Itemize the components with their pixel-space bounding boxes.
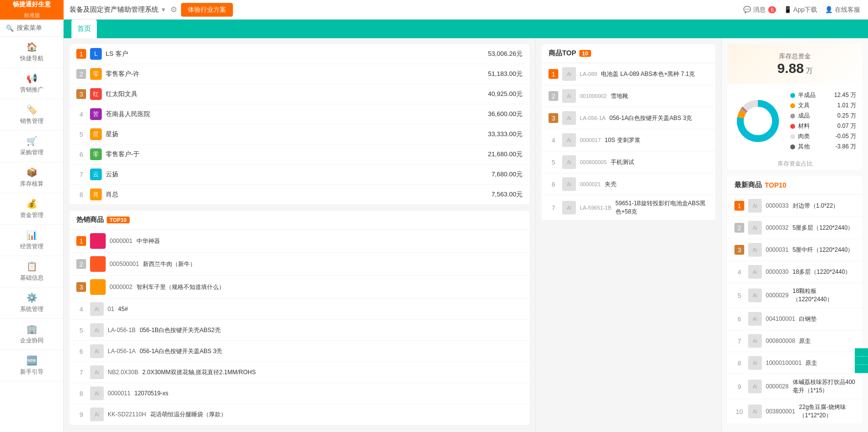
sidebar-label-operation: 经营管理	[20, 242, 44, 251]
settings-icon[interactable]: ⚙	[170, 5, 177, 14]
table-row: 3 Ai LA-056-1A 056-1A白色按键开关盖ABS 3克	[542, 107, 715, 129]
inventory-unit: 万	[806, 67, 813, 74]
list-item: 1 Ai 0000033 封边带（1.0*22）	[728, 195, 862, 217]
marketing-icon: 📢	[26, 73, 37, 84]
sidebar-label-system: 系统管理	[20, 305, 44, 313]
customer-name: LS 客户	[106, 49, 484, 58]
online-support-link[interactable]: 👤 在线客服	[825, 5, 860, 14]
product-thumbnail: Ai	[90, 344, 104, 358]
customer-value: 21,680.00元	[488, 150, 523, 159]
sidebar-label-company: 企业协同	[20, 336, 44, 345]
breadcrumb-bar: 首页	[64, 20, 868, 38]
list-item: 2 000500001 新西兰牛肉（新牛）	[69, 253, 529, 276]
list-item: 7 Ai 000800008 原圭	[728, 330, 862, 352]
avatar: 肖	[90, 189, 102, 200]
table-row: 1 Ai LA-089 电池盖 LA-089 ABS本色+黑种 7.1克	[542, 63, 715, 85]
sidebar-item-sales[interactable]: 🏷️ 销售管理	[0, 99, 63, 131]
new-products-list: 1 Ai 0000033 封边带（1.0*22） 2 Ai 0000032 5厘…	[728, 195, 862, 424]
list-item: 9 Ai 0000028 体碱荔枝味苏打饮品400毫升（1*15）	[728, 374, 862, 399]
float-live[interactable]: 直播	[855, 365, 868, 373]
legend-item: 半成品 12.45 万	[790, 90, 856, 100]
legend-dot	[790, 124, 795, 129]
sidebar-item-finance[interactable]: 💰 资金管理	[0, 193, 63, 225]
customer-name: 苍南县人民医院	[106, 110, 484, 119]
table-row: 4 苦 苍南县人民医院 36,600.00元	[69, 104, 529, 124]
breadcrumb-home[interactable]: 首页	[71, 20, 97, 38]
product-thumbnail	[90, 279, 106, 295]
rank-number: 7	[734, 337, 744, 345]
table-row: 5 Ai 000800005 手机测试	[542, 151, 715, 173]
hot-products-title: 热销商品 TOP10	[69, 211, 529, 230]
product-rank-title: 商品TOP 10	[542, 44, 715, 63]
rank-number: 1	[734, 201, 744, 211]
sidebar-label-purchase: 采购管理	[20, 148, 44, 157]
chevron-down-icon[interactable]: ▼	[160, 6, 166, 13]
search-menu[interactable]: 🔍 搜索菜单	[0, 20, 63, 37]
rank-number: 4	[76, 111, 86, 118]
list-item: 3 0000002 智利车子里（规格不知道填什么）	[69, 276, 529, 299]
sidebar-item-quick-nav[interactable]: 🏠 快捷导航	[0, 37, 63, 68]
list-item: 8 Ai 10000100001 原圭	[728, 352, 862, 374]
legend-dot	[790, 134, 795, 139]
left-panels: 1 L LS 客户 53,006.26元 2 零 零售客户-许 51,183.0…	[64, 38, 535, 432]
app-download-link[interactable]: 📱 App下载	[784, 5, 817, 14]
search-menu-label: 搜索菜单	[17, 24, 42, 32]
float-service-community[interactable]: 服务社区	[855, 357, 868, 365]
list-item: 4 Ai 0000030 18多层（1220*2440）	[728, 261, 862, 283]
rank-number: 6	[76, 151, 86, 158]
rank-number: 3	[76, 282, 86, 292]
legend-item: 肉类 -0.05 万	[790, 131, 856, 142]
customer-value: 33,333.00元	[488, 130, 523, 139]
main-layout: 🔍 搜索菜单 🏠 快捷导航 📢 营销推广 🏷️ 销售管理 🛒 采购管理 📦 库存…	[0, 20, 868, 432]
sidebar-label-finance: 资金管理	[20, 211, 44, 219]
rank-number: 9	[76, 411, 86, 418]
inventory-card: 库存总资金 9.88 万	[728, 44, 862, 170]
customer-value: 51,183.00元	[488, 70, 523, 78]
float-buttons: 客服热线 服务社区 直播	[855, 348, 868, 373]
product-thumbnail: Ai	[562, 111, 576, 125]
sidebar-item-company[interactable]: 🏢 企业协同	[0, 319, 63, 350]
product-thumbnail	[90, 256, 106, 272]
sidebar-item-system[interactable]: ⚙️ 系统管理	[0, 288, 63, 319]
right-panel: 库存总资金 9.88 万	[721, 38, 868, 432]
float-customer-service[interactable]: 客服热线	[855, 348, 868, 357]
rank-number: 1	[76, 49, 86, 59]
donut-legend: 半成品 12.45 万 文具 1.01 万 成品 0	[790, 90, 856, 152]
rank-number: 7	[76, 369, 86, 376]
rank-number: 7	[76, 171, 86, 178]
sidebar-item-basic[interactable]: 📋 基础信息	[0, 256, 63, 288]
inventory-total: 9.88 万	[735, 61, 854, 76]
purchase-icon: 🛒	[26, 136, 37, 146]
sidebar-label-basic: 基础信息	[20, 274, 44, 282]
table-row: 7 Ai LA-59651-1B 59651-1B旋转投影灯电池盒ABS黑色+5…	[542, 195, 715, 220]
sidebar-item-guide[interactable]: 🆕 新手引导	[0, 350, 63, 382]
legend-dot	[790, 103, 795, 108]
sidebar-item-inventory[interactable]: 📦 库存核算	[0, 162, 63, 193]
product-thumbnail: Ai	[748, 243, 762, 257]
hot-products-list: 1 0000001 中华神器 2 000500001 新西兰牛肉（新牛）	[69, 230, 529, 425]
avatar: L	[90, 48, 102, 60]
sidebar-item-operation[interactable]: 📊 经营管理	[0, 225, 63, 256]
system-selector[interactable]: 装备及固定资产辅助管理系统 ▼	[69, 5, 166, 14]
avatar: 零	[90, 68, 102, 80]
avatar: 红	[90, 88, 102, 100]
inventory-value: 9.88	[777, 61, 804, 76]
top10-badge: TOP10	[107, 216, 130, 223]
system-title-text: 装备及固定资产辅助管理系统	[69, 5, 159, 14]
company-icon: 🏢	[26, 324, 37, 335]
trial-button[interactable]: 体验行业方案	[181, 3, 233, 17]
customer-name: 红太阳文具	[106, 90, 484, 98]
sidebar-item-marketing[interactable]: 📢 营销推广	[0, 68, 63, 99]
product-thumbnail: Ai	[90, 408, 104, 421]
legend-item: 其他 -3.86 万	[790, 142, 856, 152]
finance-icon: 💰	[26, 198, 37, 209]
product-thumbnail: Ai	[90, 302, 104, 316]
rank-number: 2	[734, 223, 744, 233]
rank-number: 6	[548, 181, 558, 188]
inventory-header: 库存总资金 9.88 万	[728, 44, 862, 84]
system-icon: ⚙️	[26, 292, 37, 303]
product-thumbnail: Ai	[748, 380, 762, 393]
messages-link[interactable]: 💬 消息 6	[743, 5, 776, 14]
list-item: 5 Ai 0000029 18颗粒板（1220*2440）	[728, 283, 862, 308]
sidebar-item-purchase[interactable]: 🛒 采购管理	[0, 131, 63, 162]
